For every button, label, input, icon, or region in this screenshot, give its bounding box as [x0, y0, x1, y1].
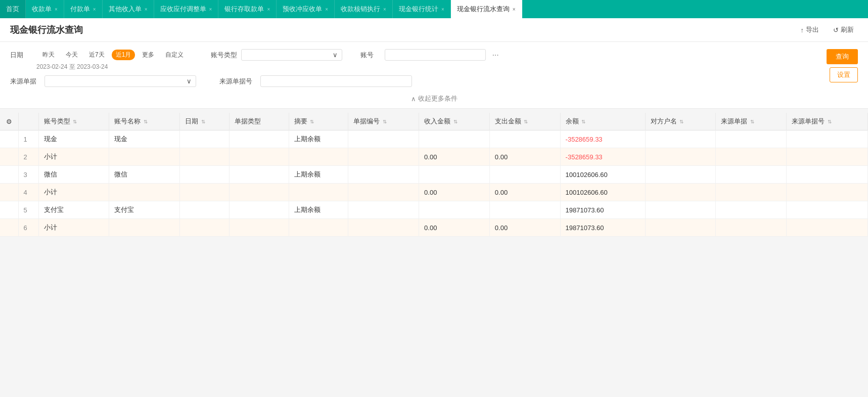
data-table: ⚙ 账号类型 ⇅ 账号名称 ⇅ 日期 ⇅ 单据类型 摘要 ⇅ 单据编号 ⇅ 收入… [0, 113, 868, 237]
income-cell: 0.00 [419, 148, 490, 166]
doc-type-cell [229, 184, 289, 201]
date-cell [180, 166, 230, 184]
nav-tab-收款单[interactable]: 收款单× [26, 0, 64, 18]
page-title: 现金银行流水查询 [10, 24, 83, 36]
date-option-近7天[interactable]: 近7天 [85, 50, 109, 60]
table-row: 2小计0.000.00-3528659.33 [0, 148, 868, 166]
date-option-今天[interactable]: 今天 [62, 50, 82, 60]
col-num-header [18, 113, 38, 130]
source-doc-num-cell [787, 201, 868, 219]
collapse-bar[interactable]: ∧ 收起更多条件 [10, 94, 858, 103]
col-date-header[interactable]: 日期 ⇅ [180, 113, 230, 130]
nav-tab-现金银行统计[interactable]: 现金银行统计× [393, 0, 451, 18]
account-input[interactable] [385, 49, 486, 61]
col-account-type-header[interactable]: 账号类型 ⇅ [38, 113, 109, 130]
nav-tab-首页[interactable]: 首页 [0, 0, 26, 18]
sort-icon: ⇅ [750, 119, 754, 124]
col-income-header[interactable]: 收入金额 ⇅ [419, 113, 490, 130]
col-account-name-header[interactable]: 账号名称 ⇅ [109, 113, 180, 130]
col-doc-num-header[interactable]: 单据编号 ⇅ [348, 113, 419, 130]
table-row: 6小计0.000.0019871073.60 [0, 219, 868, 237]
source-doc-cell [716, 184, 787, 201]
close-tab-icon[interactable]: × [55, 7, 58, 12]
date-option-自定义[interactable]: 自定义 [161, 50, 188, 60]
expense-cell: 0.00 [489, 219, 560, 237]
summary-cell [289, 184, 348, 201]
doc-type-cell [229, 166, 289, 184]
close-tab-icon[interactable]: × [267, 7, 270, 12]
table-body: 1现金现金上期余额-3528659.332小计0.000.00-3528659.… [0, 130, 868, 237]
sort-icon: ⇅ [201, 119, 205, 124]
close-tab-icon[interactable]: × [513, 7, 516, 12]
source-doc-select[interactable]: ∨ [44, 75, 196, 87]
source-doc-num-cell [787, 219, 868, 237]
close-tab-icon[interactable]: × [145, 7, 148, 12]
account-type-label: 账号类型 [211, 51, 237, 60]
col-source-doc-num-header[interactable]: 来源单据号 ⇅ [787, 113, 868, 130]
account-type-select[interactable]: ∨ [241, 49, 342, 61]
col-gear-header[interactable]: ⚙ [0, 113, 18, 130]
doc-num-cell [348, 130, 419, 148]
summary-cell [289, 148, 348, 166]
nav-tab-付款单[interactable]: 付款单× [64, 0, 103, 18]
sort-icon: ⇅ [524, 119, 528, 124]
col-summary-header[interactable]: 摘要 ⇅ [289, 113, 348, 130]
sort-icon: ⇅ [383, 119, 387, 124]
export-button[interactable]: ↑ 导出 [797, 23, 824, 36]
sort-icon: ⇅ [679, 119, 683, 124]
col-expense-header[interactable]: 支出金额 ⇅ [489, 113, 560, 130]
gear-icon[interactable]: ⚙ [6, 118, 12, 125]
num-cell: 3 [18, 166, 38, 184]
nav-tab-其他收入单[interactable]: 其他收入单× [103, 0, 154, 18]
balance-cell: 19871073.60 [560, 219, 645, 237]
header-actions: ↑ 导出 ↺ 刷新 [797, 23, 858, 36]
summary-cell [289, 219, 348, 237]
income-cell [419, 166, 490, 184]
doc-num-cell [348, 148, 419, 166]
account-name-cell [109, 184, 180, 201]
date-label: 日期 [10, 51, 30, 60]
sort-icon: ⇅ [73, 119, 77, 124]
account-dots-icon[interactable]: ··· [492, 51, 498, 60]
refresh-button[interactable]: ↺ 刷新 [829, 23, 858, 36]
source-doc-num-input[interactable] [260, 75, 412, 87]
nav-tab-收款核销执行[interactable]: 收款核销执行× [335, 0, 393, 18]
balance-cell: -3528659.33 [560, 148, 645, 166]
num-cell: 2 [18, 148, 38, 166]
doc-num-cell [348, 184, 419, 201]
date-option-昨天[interactable]: 昨天 [38, 50, 59, 60]
close-tab-icon[interactable]: × [93, 7, 96, 12]
filter-row-2: 来源单据 ∨ 来源单据号 [10, 75, 816, 87]
nav-tab-现金银行流水查询[interactable]: 现金银行流水查询× [451, 0, 522, 18]
close-tab-icon[interactable]: × [441, 7, 444, 12]
nav-tab-预收冲应收单[interactable]: 预收冲应收单× [277, 0, 335, 18]
col-balance-header[interactable]: 余额 ⇅ [560, 113, 645, 130]
close-tab-icon[interactable]: × [209, 7, 212, 12]
source-doc-cell [716, 201, 787, 219]
summary-cell: 上期余额 [289, 201, 348, 219]
account-name-cell: 现金 [109, 130, 180, 148]
doc-type-cell [229, 219, 289, 237]
nav-tab-应收应付调整单[interactable]: 应收应付调整单× [154, 0, 219, 18]
nav-tab-银行存取款单[interactable]: 银行存取款单× [218, 0, 277, 18]
filter-main: 日期 昨天今天近7天近1月更多自定义 账号类型 ∨ 账号 ··· 2023-0 [10, 49, 816, 92]
num-cell: 1 [18, 130, 38, 148]
date-cell [180, 148, 230, 166]
account-type-chevron-icon: ∨ [333, 51, 338, 59]
close-tab-icon[interactable]: × [325, 7, 328, 12]
settings-button[interactable]: 设置 [830, 67, 858, 82]
close-tab-icon[interactable]: × [383, 7, 386, 12]
account-type-cell: 小计 [38, 148, 109, 166]
collapse-up-icon: ∧ [411, 95, 416, 103]
gear-cell [0, 184, 18, 201]
date-option-更多[interactable]: 更多 [138, 50, 158, 60]
col-counterpart-header[interactable]: 对方户名 ⇅ [645, 113, 716, 130]
account-type-cell: 现金 [38, 130, 109, 148]
query-button[interactable]: 查询 [827, 49, 858, 64]
expense-cell [489, 130, 560, 148]
col-source-doc-header[interactable]: 来源单据 ⇅ [716, 113, 787, 130]
col-doc-type-header: 单据类型 [229, 113, 289, 130]
doc-num-cell [348, 219, 419, 237]
date-option-近1月[interactable]: 近1月 [112, 50, 135, 60]
gear-cell [0, 219, 18, 237]
